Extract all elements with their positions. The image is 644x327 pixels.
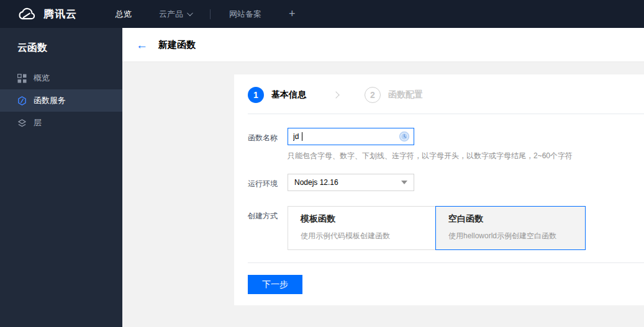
runtime-row: 运行环境 Nodejs 12.16: [248, 174, 644, 191]
function-name-input[interactable]: [288, 128, 414, 145]
brand-name: 腾讯云: [43, 7, 77, 21]
caret-down-icon: [401, 181, 407, 184]
sidebar-item-overview[interactable]: 概览: [0, 67, 122, 89]
page-header: ← 新建函数: [122, 28, 644, 62]
back-arrow-button[interactable]: ←: [136, 39, 148, 51]
function-name-label: 函数名称: [248, 128, 288, 145]
step-2-label: 函数配置: [388, 89, 423, 101]
step-2-circle: 2: [365, 87, 381, 103]
option-description: 使用helloworld示例创建空白函数: [448, 231, 585, 241]
divider: [248, 262, 644, 263]
function-hexagon-icon: [17, 96, 27, 105]
validating-clock-icon: [399, 131, 410, 145]
nav-divider: [210, 9, 211, 19]
add-nav-shortcut-button[interactable]: +: [289, 7, 296, 20]
page-title: 新建函数: [158, 39, 196, 51]
top-navigation: 腾讯云 总览 云产品 网站备案 +: [0, 0, 644, 28]
chevron-down-icon: [187, 10, 193, 16]
creation-method-label: 创建方式: [248, 206, 288, 250]
chevron-right-icon: [332, 91, 339, 98]
sidebar: 云函数 概览 函数服务: [0, 28, 122, 327]
function-name-input-wrap: [288, 128, 414, 145]
nav-item-website-icp[interactable]: 网站备案: [215, 0, 275, 28]
runtime-label: 运行环境: [248, 174, 288, 191]
tencent-cloud-logo[interactable]: 腾讯云: [16, 7, 77, 22]
option-template-function[interactable]: 模板函数 使用示例代码模板创建函数: [288, 206, 436, 250]
sidebar-item-label: 概览: [34, 73, 50, 84]
text-cursor: [302, 132, 302, 141]
cloud-logo-icon: [16, 7, 37, 22]
creation-method-row: 创建方式 模板函数 使用示例代码模板创建函数 空白函数 使用helloworld…: [248, 206, 644, 250]
layers-icon: [17, 119, 27, 128]
step-1-label: 基本信息: [271, 89, 306, 101]
nav-item-cloud-products[interactable]: 云产品: [145, 0, 205, 28]
option-title: 空白函数: [448, 213, 585, 225]
option-title: 模板函数: [301, 213, 435, 225]
sidebar-title: 云函数: [0, 28, 122, 67]
top-nav-menu: 总览 云产品 网站备案: [102, 0, 275, 28]
grid-icon: [17, 74, 27, 83]
function-name-row: 函数名称: [248, 128, 644, 145]
option-blank-function[interactable]: 空白函数 使用helloworld示例创建空白函数: [435, 206, 586, 250]
create-function-card: 1 基本信息 2 函数配置 函数名称: [234, 74, 644, 305]
next-step-button[interactable]: 下一步: [248, 275, 302, 294]
option-description: 使用示例代码模板创建函数: [301, 231, 435, 241]
nav-item-overview[interactable]: 总览: [102, 0, 145, 28]
runtime-selected-value: Nodejs 12.16: [294, 178, 338, 187]
sidebar-item-label: 层: [34, 117, 42, 128]
sidebar-item-function-service[interactable]: 函数服务: [0, 89, 122, 112]
runtime-select[interactable]: Nodejs 12.16: [288, 174, 414, 191]
creation-method-options: 模板函数 使用示例代码模板创建函数 空白函数 使用helloworld示例创建空…: [288, 206, 586, 250]
divider: [248, 114, 644, 114]
sidebar-item-label: 函数服务: [34, 95, 66, 106]
function-name-help-text: 只能包含字母、数字、下划线、连字符，以字母开头，以数字或字母结尾，2~60个字符: [288, 151, 644, 161]
step-indicator: 1 基本信息 2 函数配置: [248, 87, 644, 103]
sidebar-item-layers[interactable]: 层: [0, 112, 122, 134]
step-1-circle: 1: [248, 87, 264, 103]
content-area: 1 基本信息 2 函数配置 函数名称: [122, 62, 644, 327]
